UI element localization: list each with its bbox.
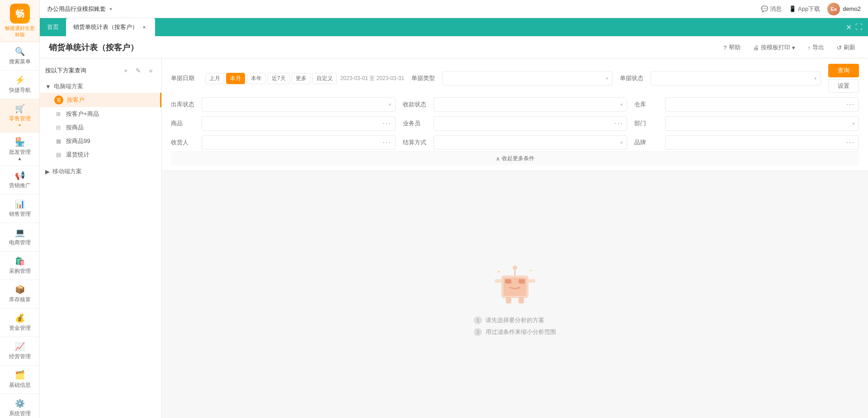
date-more-btn[interactable]: 更多 [292, 73, 311, 84]
sidebar-item-operations[interactable]: 📈 经营管理 [0, 337, 39, 366]
desktop-group-arrow: ▼ [45, 83, 51, 90]
message-label: 消息 [770, 5, 782, 13]
sidebar-item-finance[interactable]: 💰 资金管理 [0, 309, 39, 337]
sidebar-item-marketing[interactable]: 📢 营销推广 [0, 166, 39, 195]
scheme-item-by-customer-product[interactable]: ⊞ 按客户+商品 [40, 107, 161, 121]
filter-main-area: 单据日期 上月 本月 本年 近7天 更多 自定义 2023-03-01 至 20… [162, 58, 868, 418]
scheme-item-return-stats[interactable]: ▤ 退货统计 [40, 148, 161, 162]
sidebar-item-search[interactable]: 🔍 搜索菜单 [0, 42, 39, 71]
svg-rect-6 [495, 279, 502, 283]
filter-row-4: 收货人 ··· 结算方式 ▾ [171, 135, 859, 150]
topbar: 办公用品行业模拟账套 ▾ 💬 消息 📱 App下载 Ea demo2 [40, 0, 868, 18]
settings-btn[interactable]: 设置 [828, 79, 859, 93]
date-last7-btn[interactable]: 近7天 [268, 73, 290, 84]
scheme-item-by-product[interactable]: ⊟ 按商品 [40, 121, 161, 134]
maximize-window-btn[interactable]: ⛶ [855, 23, 863, 32]
receipt-status-label: 收款状态 [403, 100, 430, 109]
chevron-down-icon: ▾ [19, 123, 21, 128]
sidebar-item-ecommerce[interactable]: 💻 电商管理 [0, 223, 39, 252]
product-select[interactable]: ··· [202, 116, 396, 131]
sidebar-item-inventory[interactable]: 📦 库存核算 [0, 280, 39, 309]
sidebar-item-label: 零售管理 [9, 115, 31, 123]
warehouse-select[interactable]: ··· [665, 97, 859, 112]
scheme-edit-btn[interactable]: ✎ [133, 66, 143, 76]
sales-report-tab-label: 销货单统计表（按客户） [73, 23, 138, 31]
date-prev-month-btn[interactable]: 上月 [205, 73, 224, 84]
filter-row-2: 出库状态 ▾ 收款状态 ▾ [171, 97, 859, 112]
scheme-group-mobile-header[interactable]: ▶ 移动端方案 [40, 165, 161, 178]
help-btn[interactable]: ? 帮助 [720, 42, 744, 53]
collapse-bar[interactable]: ∧ 收起更多条件 [171, 152, 859, 165]
settlement-label: 结算方式 [403, 138, 430, 147]
salesperson-select[interactable]: ··· [434, 116, 627, 131]
scheme-panel-actions: + ✎ « [121, 66, 156, 76]
close-window-btn[interactable]: ✕ [846, 23, 852, 32]
svg-text:✦: ✦ [497, 269, 500, 274]
sidebar-item-system[interactable]: ⚙️ 系统管理 [0, 394, 39, 418]
avatar: Ea [827, 3, 840, 15]
sidebar-menu: 🔍 搜索菜单 ⚡ 快捷导航 🛒 零售管理 ▾ 🏪 批发管理 ▲ 📢 营销推广 📊… [0, 42, 39, 418]
brand-select[interactable]: ··· [665, 135, 859, 150]
product-label: 商品 [171, 119, 198, 128]
template-print-btn[interactable]: 🖨 按模板打印 ▾ [750, 42, 799, 53]
out-status-select[interactable]: ▾ [202, 97, 396, 112]
sidebar-item-purchase[interactable]: 🛍️ 采购管理 [0, 252, 39, 280]
company-dropdown[interactable]: ▾ [109, 6, 112, 12]
svg-rect-8 [506, 297, 511, 304]
tab-home[interactable]: 首页 [40, 18, 66, 36]
date-cur-month-btn[interactable]: 本月 [226, 73, 245, 84]
scheme-item-by-customer[interactable]: 客 按客户 [40, 93, 161, 107]
receiver-wrap: 收货人 ··· [171, 135, 396, 150]
product-dots: ··· [382, 119, 391, 128]
doc-type-label: 单据类型 [411, 74, 439, 82]
scheme-group-desktop-header[interactable]: ▼ 电脑端方案 [40, 80, 161, 93]
receipt-status-select[interactable]: ▾ [434, 97, 627, 112]
brand-dots: ··· [846, 138, 855, 147]
date-cur-year-btn[interactable]: 本年 [247, 73, 266, 84]
sidebar-item-shortcut[interactable]: ⚡ 快捷导航 [0, 71, 39, 99]
tab-close-icon[interactable]: × [141, 24, 148, 31]
sidebar-item-basic[interactable]: 🗂️ 基础信息 [0, 366, 39, 394]
scheme-collapse-btn[interactable]: « [146, 66, 156, 76]
logo-text: 畅捷通好生意 标版 [4, 25, 36, 38]
sidebar-item-sales[interactable]: 📊 销售管理 [0, 195, 39, 223]
warehouse-wrap: 仓库 ··· [634, 97, 859, 112]
svg-rect-3 [519, 279, 525, 284]
date-custom-btn[interactable]: 自定义 [312, 73, 337, 84]
scheme-add-btn[interactable]: + [121, 66, 131, 76]
message-btn[interactable]: 💬 消息 [761, 5, 782, 13]
sidebar-item-wholesale[interactable]: 🏪 批发管理 ▲ [0, 133, 39, 166]
query-btn[interactable]: 查询 [828, 64, 859, 77]
export-label: 导出 [812, 43, 824, 52]
print-chevron-icon: ▾ [792, 44, 795, 51]
sidebar-item-label: 快捷导航 [9, 86, 31, 94]
salesperson-wrap: 业务员 ··· [403, 116, 627, 131]
content-area: 销货单统计表（按客户） ? 帮助 🖨 按模板打印 ▾ ↑ 导出 [40, 36, 868, 418]
appdownload-label: App下载 [798, 5, 820, 13]
date-selector: 上月 本月 本年 近7天 更多 自定义 2023-03-01 至 2023-03… [205, 73, 404, 84]
sidebar-item-label: 批发管理 [9, 148, 31, 156]
filter-row-1: 单据日期 上月 本月 本年 近7天 更多 自定义 2023-03-01 至 20… [171, 64, 859, 93]
scheme-panel-header: 按以下方案查询 + ✎ « [40, 63, 161, 78]
sidebar-item-label: 系统管理 [9, 410, 31, 418]
sidebar-item-retail[interactable]: 🛒 零售管理 ▾ [0, 99, 39, 133]
receiver-select[interactable]: ··· [202, 135, 396, 150]
export-btn[interactable]: ↑ 导出 [804, 42, 828, 53]
user-info[interactable]: Ea demo2 [827, 3, 861, 15]
doc-status-select[interactable]: ▾ [651, 71, 821, 86]
customer-icon: 客 [54, 95, 63, 104]
shortcut-icon: ⚡ [15, 75, 25, 85]
doc-type-select[interactable]: ▾ [442, 71, 613, 86]
message-icon: 💬 [761, 5, 768, 12]
svg-rect-7 [528, 279, 535, 283]
tab-sales-report[interactable]: 销货单统计表（按客户） × [66, 18, 155, 36]
sidebar-item-label: 电商管理 [9, 239, 31, 247]
appdownload-btn[interactable]: 📱 App下载 [789, 5, 820, 13]
settlement-select[interactable]: ▾ [434, 135, 627, 150]
refresh-btn[interactable]: ↺ 刷新 [833, 42, 859, 53]
scheme-item-by-product-99[interactable]: ▦ 按商品99 [40, 134, 161, 148]
scheme-item-label: 按客户+商品 [66, 110, 99, 118]
department-select[interactable]: ▾ [665, 116, 859, 131]
help-label: 帮助 [729, 43, 741, 52]
receipt-status-wrap: 收款状态 ▾ [403, 97, 627, 112]
